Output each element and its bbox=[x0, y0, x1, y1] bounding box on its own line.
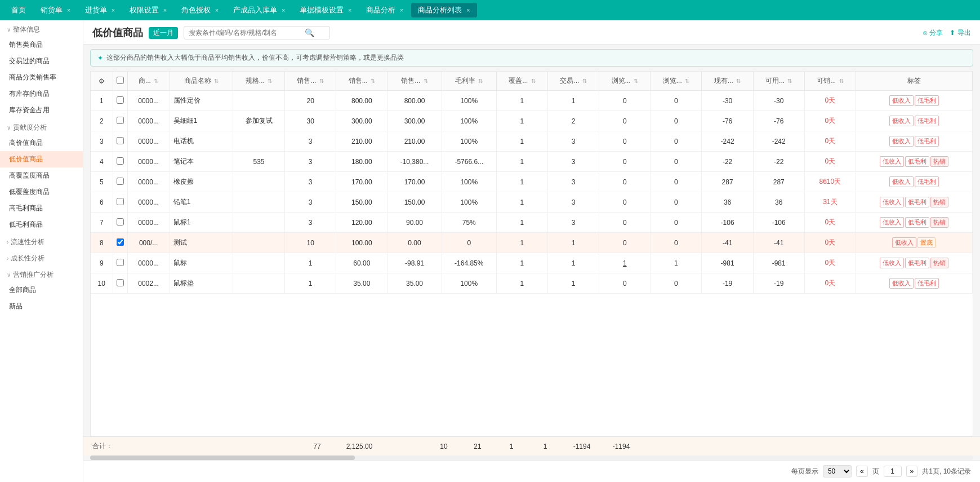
export-button[interactable]: ⬆ 导出 bbox=[950, 28, 971, 38]
row-checkbox[interactable] bbox=[117, 218, 124, 225]
nav-home[interactable]: 首页 bbox=[5, 3, 33, 17]
close-icon[interactable]: × bbox=[282, 7, 285, 14]
row-col9: -19 bbox=[702, 273, 753, 294]
row-col2: 180.00 bbox=[336, 152, 387, 172]
row-checkbox[interactable] bbox=[117, 238, 124, 246]
sidebar-item-high-value[interactable]: 高价值商品 bbox=[0, 135, 83, 151]
search-input[interactable] bbox=[189, 29, 301, 37]
sidebar-item-high-coverage[interactable]: 高覆盖度商品 bbox=[0, 167, 83, 184]
close-icon[interactable]: × bbox=[67, 7, 70, 14]
row-checkbox[interactable] bbox=[117, 157, 124, 165]
nav-purchase-order[interactable]: 进货单 × bbox=[78, 3, 122, 17]
sidebar-item-low-coverage[interactable]: 低覆盖度商品 bbox=[0, 184, 83, 200]
search-icon[interactable]: 🔍 bbox=[305, 28, 314, 37]
sidebar-item-all-products[interactable]: 全部商品 bbox=[0, 282, 83, 298]
row-col2: 800.00 bbox=[336, 91, 387, 111]
close-icon[interactable]: × bbox=[163, 7, 167, 14]
page-size-select[interactable]: 50 100 200 bbox=[823, 465, 852, 477]
row-checkbox[interactable] bbox=[117, 279, 124, 286]
nav-product-inbound[interactable]: 产成品入库单 × bbox=[226, 3, 292, 17]
row-checkbox[interactable] bbox=[117, 137, 124, 144]
row-checkbox[interactable] bbox=[117, 198, 124, 205]
sidebar-item-low-margin[interactable]: 低毛利商品 bbox=[0, 216, 83, 233]
col-code[interactable]: 商... ⇅ bbox=[127, 72, 170, 91]
nav-permission[interactable]: 权限设置 × bbox=[123, 3, 173, 17]
row-checkbox[interactable] bbox=[117, 117, 124, 124]
col-spec[interactable]: 规格... ⇅ bbox=[233, 72, 284, 91]
period-button[interactable]: 近一月 bbox=[149, 27, 178, 39]
sidebar-group-contribution[interactable]: ∨ 贡献度分析 bbox=[0, 118, 83, 135]
col-settings[interactable]: ⚙ bbox=[91, 72, 113, 91]
sidebar-item-stock-products[interactable]: 有库存的商品 bbox=[0, 86, 83, 102]
views-link[interactable]: 1 bbox=[623, 259, 627, 267]
sidebar-group-growth[interactable]: › 成长性分析 bbox=[0, 249, 83, 266]
col-stock[interactable]: 现有... ⇅ bbox=[702, 72, 753, 91]
col-sales2[interactable]: 销售... ⇅ bbox=[336, 72, 387, 91]
row-checkbox[interactable] bbox=[117, 178, 124, 185]
tag-label: 低毛利 bbox=[905, 217, 929, 228]
nav-product-analysis-list[interactable]: 商品分析列表 × bbox=[411, 3, 476, 17]
col-name[interactable]: 商品名称 ⇅ bbox=[170, 72, 233, 91]
col-coverage[interactable]: 覆盖... ⇅ bbox=[496, 72, 547, 91]
sidebar-item-traded-products[interactable]: 交易过的商品 bbox=[0, 53, 83, 69]
views-link: 0 bbox=[623, 117, 627, 125]
col-views2[interactable]: 浏览... ⇅ bbox=[651, 72, 702, 91]
table-row: 5 0000... 橡皮擦 3 170.00 170.00 100% 1 3 0… bbox=[91, 172, 973, 192]
tag-label: 低毛利 bbox=[905, 258, 929, 268]
data-table: ⚙ 商... ⇅ 商品名称 ⇅ 规格... ⇅ 销售... ⇅ 销售... ⇅ … bbox=[91, 72, 973, 294]
sidebar-item-category-rate[interactable]: 商品分类销售率 bbox=[0, 69, 83, 86]
col-sellable[interactable]: 可销... ⇅ bbox=[804, 72, 856, 91]
sort-icon: ⇅ bbox=[787, 78, 792, 84]
col-margin[interactable]: 毛利率 ⇅ bbox=[442, 72, 496, 91]
row-spec bbox=[233, 91, 284, 111]
sidebar-item-inventory-fund[interactable]: 库存资金占用 bbox=[0, 102, 83, 118]
row-col9: -30 bbox=[702, 91, 753, 111]
close-icon[interactable]: × bbox=[348, 7, 351, 14]
horizontal-scrollbar[interactable] bbox=[90, 456, 973, 460]
page-title: 低价值商品 bbox=[92, 26, 143, 39]
row-col2: 60.00 bbox=[336, 253, 387, 273]
first-page-button[interactable]: « bbox=[856, 466, 868, 477]
views-link: 0 bbox=[623, 219, 627, 227]
row-days: 0天 bbox=[804, 111, 856, 131]
sidebar-group-marketing[interactable]: ∨ 营销推广分析 bbox=[0, 266, 83, 282]
sidebar-group-velocity[interactable]: › 流速性分析 bbox=[0, 233, 83, 249]
nav-role-auth[interactable]: 角色授权 × bbox=[175, 3, 225, 17]
nav-sales-order[interactable]: 销货单 × bbox=[34, 3, 77, 17]
close-icon[interactable]: × bbox=[112, 7, 115, 14]
tag-hot: 热销 bbox=[930, 156, 948, 167]
scrollbar-thumb[interactable] bbox=[90, 456, 355, 460]
sidebar-item-new-products[interactable]: 新品 bbox=[0, 298, 83, 315]
nav-product-analysis[interactable]: 商品分析 × bbox=[359, 3, 410, 17]
row-code: 0000... bbox=[127, 192, 170, 213]
next-page-button[interactable]: » bbox=[906, 466, 918, 477]
sidebar-item-high-margin[interactable]: 高毛利商品 bbox=[0, 200, 83, 216]
sidebar-item-low-value[interactable]: 低价值商品 bbox=[0, 151, 83, 167]
row-checkbox[interactable] bbox=[117, 96, 124, 104]
col-available[interactable]: 可用... ⇅ bbox=[753, 72, 804, 91]
row-checkbox[interactable] bbox=[117, 259, 124, 266]
col-sales1[interactable]: 销售... ⇅ bbox=[285, 72, 336, 91]
select-all-checkbox[interactable] bbox=[117, 77, 124, 84]
close-icon[interactable]: × bbox=[466, 7, 470, 14]
row-col8: 0 bbox=[651, 233, 702, 253]
close-icon[interactable]: × bbox=[400, 7, 403, 14]
sort-icon: ⇅ bbox=[582, 78, 587, 84]
data-table-container[interactable]: ⚙ 商... ⇅ 商品名称 ⇅ 规格... ⇅ 销售... ⇅ 销售... ⇅ … bbox=[90, 71, 973, 436]
col-views1[interactable]: 浏览... ⇅ bbox=[599, 72, 651, 91]
row-checkbox-cell bbox=[113, 91, 127, 111]
row-col2: 120.00 bbox=[336, 213, 387, 233]
col-sales3[interactable]: 销售... ⇅ bbox=[387, 72, 442, 91]
row-name: 鼠标1 bbox=[170, 213, 233, 233]
sidebar-group-overall[interactable]: ∨ 整体信息 bbox=[0, 20, 83, 37]
tag-bottom: 置底 bbox=[917, 237, 936, 248]
nav-template-settings[interactable]: 单据模板设置 × bbox=[293, 3, 358, 17]
share-button[interactable]: ⎋ 分享 bbox=[923, 28, 943, 38]
row-col1: 3 bbox=[285, 172, 336, 192]
close-icon[interactable]: × bbox=[215, 7, 219, 14]
row-col2: 150.00 bbox=[336, 192, 387, 213]
page-number-input[interactable] bbox=[884, 466, 902, 477]
tag-label: 低毛利 bbox=[915, 95, 939, 106]
col-transactions[interactable]: 交易... ⇅ bbox=[548, 72, 599, 91]
sidebar-item-sales-products[interactable]: 销售类商品 bbox=[0, 37, 83, 53]
